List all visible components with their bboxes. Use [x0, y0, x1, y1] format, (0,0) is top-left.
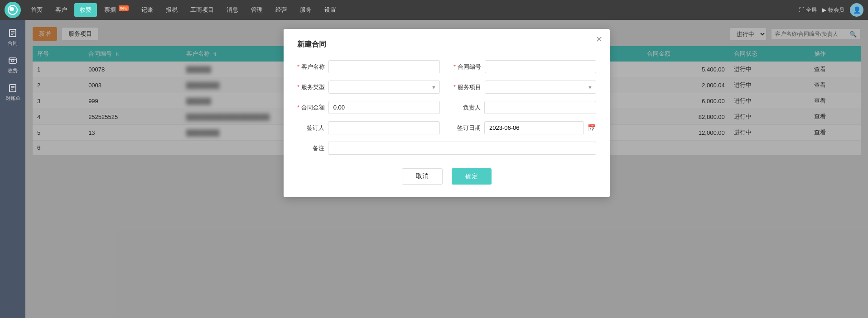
nav-home[interactable]: 首页 — [25, 3, 48, 17]
service-type-label: 服务类型 — [297, 83, 325, 91]
service-type-select-wrap: ▼ — [328, 81, 440, 94]
contract-amount-row: 合同金额 — [297, 101, 440, 114]
nav-right-area: ⛶ 全屏 ▶ 畅会员 👤 — [799, 3, 863, 17]
nav-tax[interactable]: 报税 — [160, 3, 183, 17]
content-area: 新增 服务项目 进行中 🔍 序号 合同编号 ⇅ 客户名称 — [25, 20, 868, 318]
nav-message[interactable]: 消息 — [221, 3, 244, 17]
modal-close-button[interactable]: ✕ — [596, 35, 603, 43]
contract-no-label: 合同编号 — [453, 63, 481, 71]
modal-footer: 取消 确定 — [297, 168, 596, 185]
customer-name-input[interactable] — [328, 60, 440, 73]
calendar-icon[interactable]: 📅 — [588, 124, 596, 132]
modal-title: 新建合同 — [297, 40, 596, 49]
sign-date-row: 签订日期 📅 — [453, 121, 596, 134]
fullscreen-button[interactable]: ⛶ 全屏 — [799, 6, 817, 14]
nav-menu: 首页 客户 收费 票据 new 记账 报税 工商项目 消息 管理 经营 服务 设… — [25, 3, 799, 17]
cancel-button[interactable]: 取消 — [402, 168, 443, 185]
remark-label: 备注 — [297, 144, 324, 152]
new-badge: new — [119, 5, 129, 11]
signer-input[interactable] — [328, 121, 440, 134]
svg-point-5 — [11, 59, 14, 62]
top-navigation: 首页 客户 收费 票据 new 记账 报税 工商项目 消息 管理 经营 服务 设… — [0, 0, 868, 20]
sidebar-label-fee: 收费 — [8, 67, 18, 74]
signer-row: 签订人 — [297, 121, 440, 134]
customer-name-label: 客户名称 — [297, 63, 325, 71]
nav-manage[interactable]: 管理 — [246, 3, 268, 17]
service-type-row: 服务类型 ▼ — [297, 81, 440, 94]
contract-amount-input[interactable] — [328, 101, 440, 114]
main-layout: 合同 收费 对账单 — [0, 20, 868, 318]
contract-no-row: 合同编号 — [453, 60, 596, 73]
confirm-button[interactable]: 确定 — [452, 168, 492, 185]
fee-icon — [8, 56, 18, 66]
sidebar-item-fee[interactable]: 收费 — [0, 52, 25, 78]
nav-customer[interactable]: 客户 — [50, 3, 72, 17]
modal-overlay: ✕ 新建合同 客户名称 合同编号 服务类型 — [25, 20, 868, 318]
service-type-select[interactable] — [328, 81, 440, 94]
sign-date-label: 签订日期 — [453, 124, 481, 132]
new-contract-modal: ✕ 新建合同 客户名称 合同编号 服务类型 — [284, 29, 610, 197]
member-button[interactable]: ▶ 畅会员 — [822, 6, 844, 14]
nav-service[interactable]: 服务 — [294, 3, 317, 17]
nav-operation[interactable]: 经营 — [270, 3, 293, 17]
modal-form: 客户名称 合同编号 服务类型 ▼ — [297, 60, 596, 155]
avatar[interactable]: 👤 — [850, 3, 863, 17]
remark-input[interactable] — [328, 142, 596, 155]
sidebar-label-contract: 合同 — [8, 40, 18, 47]
nav-invoice[interactable]: 票据 new — [99, 3, 134, 17]
sidebar-item-statement[interactable]: 对账单 — [0, 80, 25, 105]
sidebar: 合同 收费 对账单 — [0, 20, 25, 318]
nav-bookkeeping[interactable]: 记账 — [136, 3, 159, 17]
sidebar-item-contract[interactable]: 合同 — [0, 24, 25, 50]
sign-date-input[interactable] — [484, 121, 584, 134]
contract-icon — [8, 28, 18, 38]
service-item-label: 服务项目 — [453, 83, 481, 91]
app-logo[interactable] — [5, 2, 21, 18]
contract-no-input[interactable] — [485, 60, 596, 73]
nav-fee[interactable]: 收费 — [74, 3, 97, 17]
remark-row: 备注 — [297, 142, 596, 155]
nav-settings[interactable]: 设置 — [319, 3, 342, 17]
responsible-person-row: 负责人 — [453, 101, 596, 114]
contract-amount-label: 合同金额 — [297, 104, 325, 112]
service-item-select-wrap: ▼ — [485, 81, 596, 94]
responsible-person-label: 负责人 — [453, 104, 481, 112]
responsible-person-input[interactable] — [484, 101, 596, 114]
nav-business[interactable]: 工商项目 — [185, 3, 219, 17]
svg-rect-7 — [10, 85, 16, 92]
sidebar-label-statement: 对账单 — [5, 95, 20, 102]
svg-rect-4 — [9, 58, 16, 63]
customer-name-row: 客户名称 — [297, 60, 440, 73]
signer-label: 签订人 — [297, 124, 324, 132]
service-item-row: 服务项目 ▼ — [453, 81, 596, 94]
service-item-select[interactable] — [485, 81, 596, 94]
statement-icon — [8, 83, 18, 93]
